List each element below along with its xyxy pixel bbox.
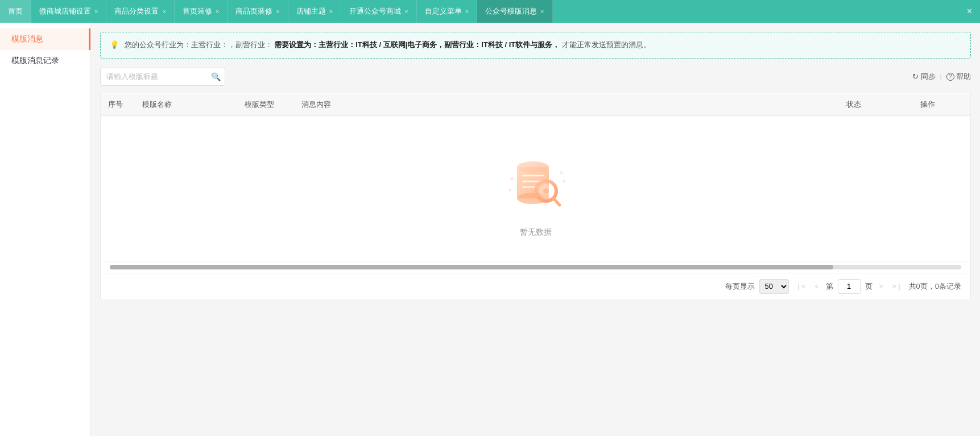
sync-label: 同步 bbox=[921, 72, 936, 82]
nav-tab-product-decor-label: 商品页装修 bbox=[235, 6, 272, 16]
nav-tab-open-shop-label: 开通公众号商城 bbox=[349, 6, 401, 16]
empty-state: 暂无数据 bbox=[101, 116, 970, 260]
sidebar: 模版消息 模版消息记录 bbox=[0, 23, 91, 436]
first-page-button[interactable]: ❘< bbox=[793, 281, 808, 292]
notice-text-suffix: 才能正常发送预置的消息。 bbox=[562, 40, 651, 49]
help-button[interactable]: ? 帮助 bbox=[946, 72, 971, 82]
bulb-icon: 💡 bbox=[110, 40, 119, 49]
close-home-decor-tab[interactable]: × bbox=[216, 8, 219, 15]
notice-text-highlight: 需要设置为：主营行业：IT科技 / 互联网|电子商务，副营行业：IT科技 / I… bbox=[274, 40, 560, 49]
nav-tab-template-msg[interactable]: 公众号模版消息 × bbox=[477, 0, 552, 23]
scrollbar-area bbox=[101, 261, 970, 273]
main-layout: 模版消息 模版消息记录 💡 您的公众号行业为：主营行业：，副营行业： 需要设置为… bbox=[0, 23, 980, 436]
notice-text-prefix: 您的公众号行业为：主营行业：，副营行业： bbox=[125, 40, 272, 49]
close-custom-menu-tab[interactable]: × bbox=[465, 8, 469, 15]
close-category-tab[interactable]: × bbox=[162, 8, 166, 15]
close-all-icon: × bbox=[967, 6, 972, 16]
help-icon: ? bbox=[946, 73, 954, 81]
col-name: 模版名称 bbox=[135, 93, 238, 115]
help-label: 帮助 bbox=[956, 72, 971, 82]
nav-tab-home-decor[interactable]: 首页装修 × bbox=[175, 0, 228, 23]
nav-tab-custom-menu[interactable]: 自定义菜单 × bbox=[417, 0, 477, 23]
search-icon[interactable]: 🔍 bbox=[211, 72, 221, 81]
toolbar-divider: | bbox=[940, 72, 942, 81]
empty-state-row: 暂无数据 bbox=[101, 115, 970, 260]
close-template-msg-tab[interactable]: × bbox=[540, 8, 544, 15]
table-header-row: 序号 模版名称 模版类型 消息内容 状态 bbox=[101, 93, 970, 115]
sidebar-item-template-msg-label: 模版消息 bbox=[11, 34, 43, 43]
close-open-shop-tab[interactable]: × bbox=[404, 8, 408, 15]
total-info: 共0页，0条记录 bbox=[909, 281, 961, 292]
nav-tab-open-shop[interactable]: 开通公众号商城 × bbox=[341, 0, 416, 23]
svg-point-10 bbox=[510, 177, 514, 180]
fake-scrollbar[interactable] bbox=[110, 265, 961, 269]
svg-point-13 bbox=[509, 189, 511, 191]
table-wrapper: 序号 模版名称 模版类型 消息内容 状态 bbox=[100, 93, 971, 300]
sync-button[interactable]: ↻ 同步 bbox=[912, 72, 936, 82]
notice-box: 💡 您的公众号行业为：主营行业：，副营行业： 需要设置为：主营行业：IT科技 /… bbox=[100, 32, 971, 59]
empty-icon bbox=[502, 150, 570, 218]
nav-tab-category[interactable]: 商品分类设置 × bbox=[106, 0, 174, 23]
col-type: 模版类型 bbox=[238, 93, 295, 115]
next-page-button[interactable]: > bbox=[877, 281, 886, 292]
nav-tab-weshop[interactable]: 微商城店铺设置 × bbox=[31, 0, 106, 23]
nav-tab-category-label: 商品分类设置 bbox=[114, 6, 159, 16]
pagination: 每页显示 50 10 20 100 ❘< < 第 页 > >❘ 共0页，0条记录 bbox=[101, 273, 970, 300]
page-label: 第 bbox=[826, 281, 833, 292]
col-index: 序号 bbox=[101, 93, 135, 115]
close-weshop-tab[interactable]: × bbox=[94, 8, 98, 15]
close-product-decor-tab[interactable]: × bbox=[276, 8, 279, 15]
top-nav: 首页 微商城店铺设置 × 商品分类设置 × 首页装修 × 商品页装修 × 店铺主… bbox=[0, 0, 980, 23]
toolbar-actions: ↻ 同步 | ? 帮助 bbox=[912, 72, 971, 82]
nav-tab-shop-theme-label: 店铺主题 bbox=[296, 6, 326, 16]
table-body: 暂无数据 bbox=[101, 115, 970, 260]
svg-point-9 bbox=[543, 188, 549, 194]
sidebar-item-template-msg-log[interactable]: 模版消息记录 bbox=[0, 50, 90, 72]
svg-point-12 bbox=[563, 180, 565, 182]
nav-tab-home[interactable]: 首页 bbox=[0, 0, 31, 23]
close-all-button[interactable]: × bbox=[959, 0, 980, 23]
last-page-button[interactable]: >❘ bbox=[890, 281, 904, 292]
search-input-wrap: 🔍 bbox=[100, 68, 225, 86]
data-table: 序号 模版名称 模版类型 消息内容 状态 bbox=[101, 93, 970, 261]
page-unit-label: 页 bbox=[865, 281, 873, 292]
search-input[interactable] bbox=[100, 68, 225, 86]
prev-page-button[interactable]: < bbox=[812, 281, 821, 292]
scrollbar-thumb bbox=[110, 265, 833, 269]
nav-tab-home-label: 首页 bbox=[8, 6, 23, 16]
nav-tab-shop-theme[interactable]: 店铺主题 × bbox=[288, 0, 341, 23]
search-bar: 🔍 ↻ 同步 | ? 帮助 bbox=[100, 68, 971, 86]
table-header: 序号 模版名称 模版类型 消息内容 状态 bbox=[101, 93, 970, 115]
page-size-label: 每页显示 bbox=[725, 281, 755, 292]
sidebar-item-template-msg-log-label: 模版消息记录 bbox=[11, 56, 59, 65]
sync-icon: ↻ bbox=[912, 72, 919, 81]
nav-tab-home-decor-label: 首页装修 bbox=[183, 6, 212, 16]
col-action: 操作 bbox=[913, 93, 970, 115]
svg-point-11 bbox=[560, 171, 563, 174]
content-area: 💡 您的公众号行业为：主营行业：，副营行业： 需要设置为：主营行业：IT科技 /… bbox=[91, 23, 980, 436]
nav-tab-product-decor[interactable]: 商品页装修 × bbox=[228, 0, 288, 23]
nav-tab-weshop-label: 微商城店铺设置 bbox=[39, 6, 91, 16]
nav-tab-template-msg-label: 公众号模版消息 bbox=[485, 6, 537, 16]
col-content: 消息内容 bbox=[295, 93, 840, 115]
nav-tab-custom-menu-label: 自定义菜单 bbox=[425, 6, 462, 16]
svg-line-8 bbox=[553, 198, 560, 205]
page-size-select[interactable]: 50 10 20 100 bbox=[759, 279, 789, 294]
empty-text: 暂无数据 bbox=[520, 227, 552, 238]
col-status: 状态 bbox=[840, 93, 913, 115]
sidebar-item-template-msg[interactable]: 模版消息 bbox=[0, 28, 90, 50]
close-shop-theme-tab[interactable]: × bbox=[329, 8, 333, 15]
page-number-input[interactable] bbox=[838, 279, 861, 294]
